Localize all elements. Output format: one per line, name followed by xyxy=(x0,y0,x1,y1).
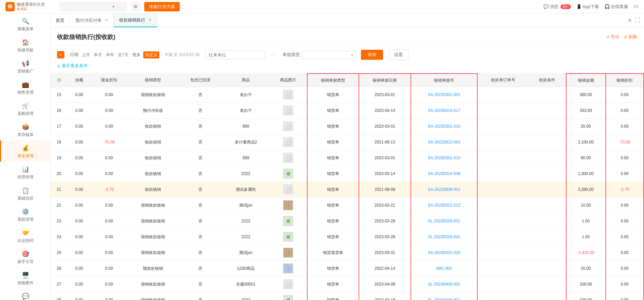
refresh-button[interactable]: ↺ 刷新 xyxy=(624,34,637,40)
setting-button[interactable]: 设置 xyxy=(388,49,409,60)
th-writeoff-discount: 核销折扣 xyxy=(606,74,644,87)
data-table: ⚙ 余额 现金折扣 核销类型 包含已结清 商品 商品图片 核销单据类型 核销单据… xyxy=(50,73,644,300)
message-link[interactable]: 💬 消息 99+ xyxy=(543,4,571,10)
sidebar-item-inventory[interactable]: 📦 库存核算 xyxy=(0,119,50,140)
top-search-input[interactable] xyxy=(63,4,110,9)
online-service-link[interactable]: 🎧 在线客服 xyxy=(604,4,629,10)
cell-bill-date: 2023-04-08 xyxy=(359,276,411,292)
cell-bill-type: 销货单 xyxy=(307,103,359,119)
cell-balance: 0.00 xyxy=(68,261,91,276)
date-btn-this-year[interactable]: 本年 xyxy=(105,51,115,58)
cell-id: 25 xyxy=(50,245,68,261)
cell-product: 老白干 xyxy=(222,87,270,103)
bill-no-link[interactable]: SA-20230331-026 xyxy=(428,250,460,255)
bill-no-link[interactable]: SA-20230301-001 xyxy=(428,92,460,97)
cell-product: 2222 xyxy=(222,213,270,229)
cell-product: 999 xyxy=(222,119,270,134)
tab-home[interactable]: 首页 xyxy=(50,13,70,27)
cell-product: 测试jun xyxy=(222,245,270,261)
th-writeoff-amount: 核销金额 xyxy=(566,74,606,87)
cell-receipt-condition xyxy=(529,103,566,119)
cell-receipt-order-no xyxy=(477,87,529,103)
product-thumb: ⬜ xyxy=(283,279,293,289)
cell-writeoff-type: 收款核销 xyxy=(127,119,178,134)
tab-close-btn[interactable]: ✕ xyxy=(628,17,632,24)
sidebar-item-quicknav[interactable]: 🏠 快捷导航 xyxy=(0,35,50,56)
date-btn-this-month[interactable]: 本月 xyxy=(93,51,103,58)
cell-receipt-order-no xyxy=(477,292,529,300)
cell-writeoff-discount: 0.00 xyxy=(606,261,644,276)
cell-writeoff-discount: -2.76 xyxy=(606,182,644,198)
product-thumb: 🏢 xyxy=(283,263,293,273)
sidebar-item-cooperation[interactable]: 🤝 企业协同 xyxy=(0,225,50,246)
product-thumb: 🏞 xyxy=(283,200,293,210)
bill-no-link[interactable]: SA-20230301-010 xyxy=(428,156,460,160)
tab-prepay[interactable]: 预付冲应付单 ✕ xyxy=(70,13,114,27)
date-btn-more[interactable]: 更多 xyxy=(131,51,142,58)
bill-no-link[interactable]: SA-20210808-001 xyxy=(428,187,460,192)
bill-no-link[interactable]: ABC-001 xyxy=(436,266,452,271)
cell-bill-no: SL-20230408-001 xyxy=(411,276,477,292)
trial-button[interactable]: 体验行业方案 xyxy=(144,2,180,11)
sidebar-item-search[interactable]: 🔍 搜索菜单 xyxy=(0,13,50,35)
cell-included: 否 xyxy=(178,276,222,292)
export-button[interactable]: ↗ 导出 xyxy=(606,34,620,40)
expand-conditions[interactable]: ∨ 展开更多条件 xyxy=(57,63,637,69)
date-btn-last-month[interactable]: 上月 xyxy=(80,51,91,58)
refresh-label: 刷新 xyxy=(629,34,637,40)
tab-writeoff[interactable]: 收款核销执行 ✕ xyxy=(114,13,157,27)
bill-no-link[interactable]: SA-20230321-012 xyxy=(428,203,460,208)
app-download-link[interactable]: 📱 App下载 xyxy=(576,4,599,10)
bill-type-select[interactable] xyxy=(302,51,356,59)
bill-no-link[interactable]: SL-20230408-001 xyxy=(428,282,460,287)
sidebar-item-purchase[interactable]: 🛒 采购管理 xyxy=(0,98,50,119)
sidebar-item-sales[interactable]: 💼 销售管理 xyxy=(0,77,50,98)
bill-no-link[interactable]: SA-20210813-001 xyxy=(428,140,460,144)
sidebar-item-wechat[interactable]: 💬 企业微信 xyxy=(0,289,50,300)
sidebar-item-basic[interactable]: 📋 基础信息 xyxy=(0,183,50,204)
cell-id: 15 xyxy=(50,87,68,103)
date-btn-7days[interactable]: 近7天 xyxy=(117,51,130,58)
th-bill-type: 核销单据类型 xyxy=(307,74,359,87)
tab-expand-btn[interactable]: ⛶ xyxy=(635,17,640,24)
bill-no-link[interactable]: SA-20230301-010 xyxy=(428,124,460,129)
sidebar-item-management[interactable]: 📊 经营管理 xyxy=(0,162,50,183)
cell-writeoff-amount: 3,390.00 xyxy=(566,182,606,198)
search-dropdown-icon[interactable]: ▾ xyxy=(112,4,115,9)
filter-expand-icon[interactable]: » xyxy=(57,51,64,58)
sidebar-item-finance[interactable]: 💰 资金管理 xyxy=(0,140,50,162)
bill-no-link[interactable]: SL-20230418-001 xyxy=(428,298,460,300)
cell-writeoff-discount: 0.00 xyxy=(606,229,644,245)
cell-balance: 0.00 xyxy=(68,229,91,245)
cell-bill-no: SA-20230331-026 xyxy=(411,245,477,261)
bill-no-link[interactable]: SL-20230328-002 xyxy=(428,234,460,239)
settings-icon[interactable]: ⚙ xyxy=(131,2,140,11)
export-label: 导出 xyxy=(611,34,620,40)
sidebar-item-guide[interactable]: 🎯 新手引导 xyxy=(0,246,50,267)
top-search-wrap[interactable]: ▾ xyxy=(60,2,127,11)
bill-no-link[interactable]: SA-20230314-008 xyxy=(428,171,460,176)
bill-no-link[interactable]: SA-20230414-017 xyxy=(428,108,460,113)
cell-receipt-order-no xyxy=(477,103,529,119)
cell-id: 24 xyxy=(50,229,68,245)
cell-bill-date: 2023-03-31 xyxy=(359,245,411,261)
cell-bill-date: 2023-03-28 xyxy=(359,229,411,245)
cell-bill-type: 销货单 xyxy=(307,119,359,134)
cell-balance: 0.00 xyxy=(68,103,91,119)
source-unit-input[interactable] xyxy=(205,51,265,59)
date-custom-btn[interactable]: 自定义 xyxy=(143,51,159,58)
user-name: Rit xyxy=(634,4,639,9)
tab-prepay-close[interactable]: ✕ xyxy=(105,18,108,23)
query-button[interactable]: 查询 xyxy=(361,50,383,60)
sidebar-item-marketing[interactable]: 📢 营销推广 xyxy=(0,56,50,77)
cell-id: 20 xyxy=(50,166,68,182)
tab-writeoff-close[interactable]: ✕ xyxy=(149,18,152,22)
cell-writeoff-amount: 20.00 xyxy=(566,261,606,276)
th-bill-date: 核销单据日期 xyxy=(359,74,411,87)
gear-col-icon[interactable]: ⚙ xyxy=(57,77,61,83)
cell-product: 老白干 xyxy=(222,103,270,119)
bill-no-link[interactable]: SL-20230328-001 xyxy=(428,219,460,223)
sidebar-item-system[interactable]: ⚙️ 系统管理 xyxy=(0,204,50,225)
sidebar-item-hardware[interactable]: 🖥️ 智能硬件 xyxy=(0,267,50,289)
cell-writeoff-type: 现销收款核销 xyxy=(127,213,178,229)
